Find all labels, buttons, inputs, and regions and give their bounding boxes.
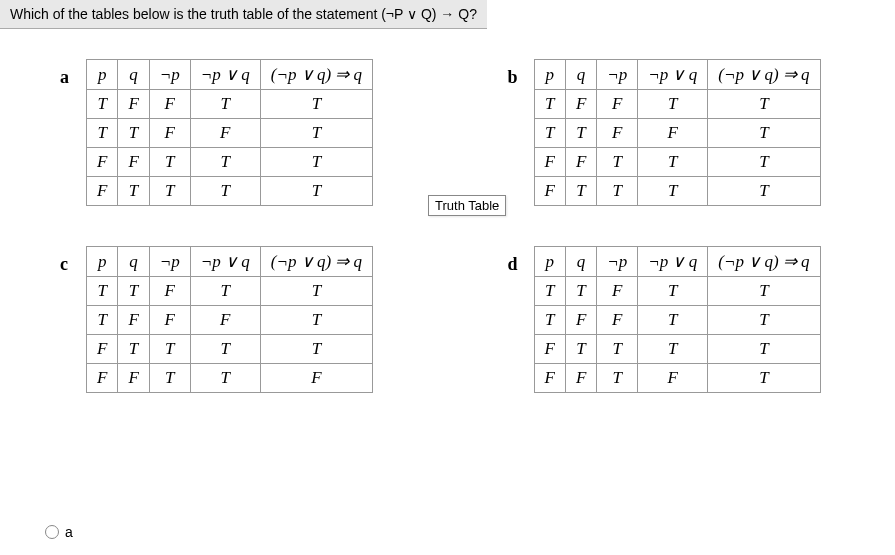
table-row: TTFTT [534, 277, 820, 306]
col-impl: (¬p ∨ q) ⇒ q [708, 247, 820, 277]
table-row: FFTTT [87, 148, 373, 177]
table-row: FTTTT [87, 177, 373, 206]
radio-icon[interactable] [45, 525, 59, 539]
col-notpvq: ¬p ∨ q [638, 60, 708, 90]
table-block-c: c p q ¬p ¬p ∨ q (¬p ∨ q) ⇒ q TTFTT TFFFT… [60, 246, 428, 393]
col-impl: (¬p ∨ q) ⇒ q [708, 60, 820, 90]
table-label-d: d [508, 246, 526, 275]
col-notpvq: ¬p ∨ q [190, 60, 260, 90]
question-text: Which of the tables below is the truth t… [0, 0, 487, 29]
col-notp: ¬p [149, 60, 190, 90]
truth-table-d: p q ¬p ¬p ∨ q (¬p ∨ q) ⇒ q TTFTT TFFTT F… [534, 246, 821, 393]
table-row: p q ¬p ¬p ∨ q (¬p ∨ q) ⇒ q [87, 247, 373, 277]
table-row: FTTTT [87, 335, 373, 364]
table-row: TFFFT [87, 306, 373, 335]
truth-table-c: p q ¬p ¬p ∨ q (¬p ∨ q) ⇒ q TTFTT TFFFT F… [86, 246, 373, 393]
col-notp: ¬p [597, 247, 638, 277]
truth-table-b: p q ¬p ¬p ∨ q (¬p ∨ q) ⇒ q TFFTT TTFFT F… [534, 59, 821, 206]
tooltip-truth-table: Truth Table [428, 195, 506, 216]
answer-label: a [65, 524, 73, 540]
col-p: p [87, 247, 118, 277]
col-impl: (¬p ∨ q) ⇒ q [260, 60, 372, 90]
col-q: q [565, 247, 596, 277]
table-row: FFTTT [534, 148, 820, 177]
table-row: TTFFT [87, 119, 373, 148]
table-label-b: b [508, 59, 526, 88]
table-block-d: d p q ¬p ¬p ∨ q (¬p ∨ q) ⇒ q TTFTT TFFTT… [508, 246, 876, 393]
tables-container: a p q ¬p ¬p ∨ q (¬p ∨ q) ⇒ q TFFTT TTFFT… [0, 29, 895, 403]
table-block-b: b p q ¬p ¬p ∨ q (¬p ∨ q) ⇒ q TFFTT TTFFT… [508, 59, 876, 206]
table-row: TFFTT [87, 90, 373, 119]
truth-table-a: p q ¬p ¬p ∨ q (¬p ∨ q) ⇒ q TFFTT TTFFT F… [86, 59, 373, 206]
table-row: TFFTT [534, 90, 820, 119]
table-row: TTFFT [534, 119, 820, 148]
col-notpvq: ¬p ∨ q [638, 247, 708, 277]
col-impl: (¬p ∨ q) ⇒ q [260, 247, 372, 277]
table-row: TFFTT [534, 306, 820, 335]
table-row: TTFTT [87, 277, 373, 306]
table-row: FFTFT [534, 364, 820, 393]
col-p: p [534, 60, 565, 90]
table-row: p q ¬p ¬p ∨ q (¬p ∨ q) ⇒ q [534, 247, 820, 277]
col-p: p [534, 247, 565, 277]
table-row: FTTTT [534, 335, 820, 364]
col-p: p [87, 60, 118, 90]
col-notp: ¬p [149, 247, 190, 277]
col-q: q [565, 60, 596, 90]
table-row: FFTTF [87, 364, 373, 393]
table-row: FTTTT [534, 177, 820, 206]
table-block-a: a p q ¬p ¬p ∨ q (¬p ∨ q) ⇒ q TFFTT TTFFT… [60, 59, 428, 206]
col-q: q [118, 247, 149, 277]
table-label-c: c [60, 246, 78, 275]
col-q: q [118, 60, 149, 90]
table-row: p q ¬p ¬p ∨ q (¬p ∨ q) ⇒ q [534, 60, 820, 90]
table-label-a: a [60, 59, 78, 88]
table-row: p q ¬p ¬p ∨ q (¬p ∨ q) ⇒ q [87, 60, 373, 90]
col-notpvq: ¬p ∨ q [190, 247, 260, 277]
answer-option-a[interactable]: a [45, 524, 73, 540]
col-notp: ¬p [597, 60, 638, 90]
